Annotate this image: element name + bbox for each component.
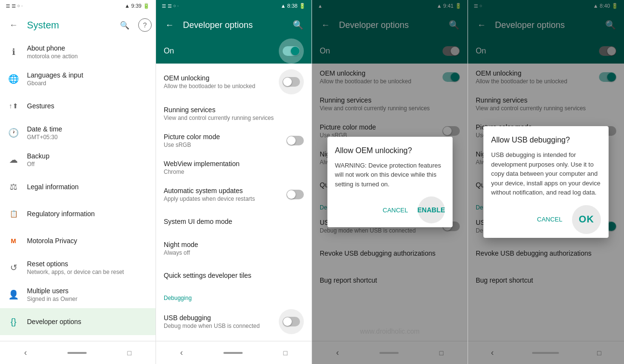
recents-nav-panel2[interactable]: □	[275, 345, 295, 361]
wifi-icon-p2: ▲	[281, 3, 286, 9]
system-settings-panel: ☰ ☰ ○ · ▲ 9:39 🔋 ← System 🔍 ? ℹ About ph…	[0, 0, 156, 364]
page-title-panel2: Developer options	[183, 20, 285, 30]
search-button-panel1[interactable]: 🔍	[115, 15, 134, 35]
dev-item-ui-demo[interactable]: System UI demo mode	[156, 208, 312, 235]
autoupdate-subtitle: Apply updates when device restarts	[164, 195, 283, 202]
dev-item-night[interactable]: Night mode Always off	[156, 235, 312, 262]
usb-dialog-actions: Cancel OK	[491, 205, 601, 234]
datetime-icon: 🕐	[8, 127, 19, 139]
oem-title: OEM unlocking	[164, 74, 275, 82]
users-subtitle: Signed in as Owner	[27, 296, 148, 302]
search-icon-p2: 🔍	[293, 20, 303, 30]
developer-options-panel: ☰ ☰ ○ · ▲ 8:38 🔋 ← Developer options 🔍 O…	[156, 0, 312, 364]
search-button-panel2[interactable]: 🔍	[288, 15, 308, 35]
help-button-panel1[interactable]: ?	[138, 18, 152, 32]
autoupdate-toggle-thumb	[287, 190, 296, 199]
wifi-icon: ▲	[125, 3, 130, 9]
settings-item-regulatory-text: Regulatory information	[27, 210, 148, 218]
settings-item-datetime[interactable]: 🕐 Date & time GMT+05:30	[0, 119, 156, 146]
on-toggle-thumb	[291, 47, 299, 55]
back-arrow-icon-p2: ←	[165, 20, 174, 30]
running-subtitle: View and control currently running servi…	[164, 115, 304, 121]
oem-enable-button[interactable]: Enable	[412, 202, 451, 218]
picture-subtitle: Use sRGB	[164, 142, 283, 148]
usb-dialog-overlay: Allow USB debugging? USB debugging is in…	[468, 0, 624, 364]
settings-item-users-text: Multiple users Signed in as Owner	[27, 287, 148, 302]
back-nav-panel1[interactable]: ‹	[16, 344, 35, 362]
usb-debug-toggle[interactable]	[283, 317, 300, 326]
back-button-panel2[interactable]: ←	[160, 15, 179, 35]
status-right-panel1: ▲ 9:39 🔋	[125, 3, 150, 9]
settings-item-updates[interactable]: 📱 System updates Updated to Android 9	[0, 335, 156, 341]
dot-icon: ·	[21, 3, 23, 8]
settings-item-legal[interactable]: ⚖ Legal information	[0, 173, 156, 200]
autoupdate-toggle[interactable]	[286, 190, 304, 199]
dev-item-usb-debug-text: USB debugging Debug mode when USB is con…	[164, 314, 275, 329]
settings-item-developer-text: Developer options	[27, 318, 148, 325]
settings-item-about[interactable]: ℹ About phone motorola one action	[0, 39, 156, 65]
on-header-panel2: On	[156, 39, 312, 64]
on-toggle-highlight[interactable]	[279, 39, 304, 64]
home-nav-panel2[interactable]	[223, 352, 243, 354]
usb-debug-subtitle: Debug mode when USB is connected	[164, 323, 275, 329]
back-nav-panel2[interactable]: ‹	[172, 344, 191, 362]
dev-item-autoupdate[interactable]: Automatic system updates Apply updates w…	[156, 181, 312, 208]
settings-item-users[interactable]: 👤 Multiple users Signed in as Owner	[0, 281, 156, 308]
dev-item-ui-demo-text: System UI demo mode	[164, 218, 304, 225]
sim-icon-p2: ☰	[162, 3, 166, 9]
settings-item-about-text: About phone motorola one action	[27, 44, 148, 60]
dev-item-qs-tiles[interactable]: Quick settings developer tiles	[156, 262, 312, 289]
settings-list: ℹ About phone motorola one action 🌐 Lang…	[0, 39, 156, 341]
dev-item-webview-text: WebView implementation Chrome	[164, 160, 304, 175]
oem-dialog-overlay: Allow OEM unlocking? WARNING: Device pro…	[312, 0, 468, 364]
sim2-icon-p2: ☰	[168, 3, 172, 9]
settings-item-developer[interactable]: {} Developer options	[0, 308, 156, 335]
usb-cancel-button[interactable]: Cancel	[531, 205, 568, 234]
oem-toggle[interactable]	[283, 77, 300, 87]
ok-circle: OK	[572, 205, 601, 234]
on-toggle-panel2[interactable]	[283, 46, 300, 56]
settings-item-motorola-privacy[interactable]: M Motorola Privacy	[0, 227, 156, 254]
about-title: About phone	[27, 44, 148, 52]
datetime-title: Date & time	[27, 125, 148, 133]
backup-subtitle: Off	[27, 161, 148, 168]
webview-subtitle: Chrome	[164, 169, 304, 175]
battery-icon-p2: 🔋	[299, 3, 306, 9]
running-title: Running services	[164, 106, 304, 114]
usb-dialog-body: USB debugging is intended for developmen…	[491, 150, 601, 197]
settings-item-datetime-text: Date & time GMT+05:30	[27, 125, 148, 141]
dev-item-webview[interactable]: WebView implementation Chrome	[156, 154, 312, 181]
dev-item-oem[interactable]: OEM unlocking Allow the bootloader to be…	[156, 64, 312, 100]
languages-subtitle: Gboard	[27, 80, 148, 87]
notification-icon-p2: ○	[173, 3, 176, 8]
usb-ok-button[interactable]: OK	[573, 210, 600, 229]
status-left-icons: ☰ ☰ ○ ·	[6, 3, 23, 9]
bottom-nav-panel1: ‹ □	[0, 341, 156, 364]
oem-dialog-actions: Cancel Enable	[335, 196, 445, 223]
night-subtitle: Always off	[164, 249, 304, 256]
back-button-panel1[interactable]: ←	[4, 15, 23, 35]
oem-cancel-button[interactable]: Cancel	[377, 196, 414, 223]
picture-toggle[interactable]	[286, 136, 304, 145]
help-icon: ?	[143, 21, 147, 29]
ui-demo-title: System UI demo mode	[164, 218, 304, 225]
settings-item-backup[interactable]: ☁ Backup Off	[0, 146, 156, 173]
home-nav-panel1[interactable]	[67, 352, 87, 354]
settings-item-languages[interactable]: 🌐 Languages & input Gboard	[0, 65, 156, 92]
recents-nav-panel1[interactable]: □	[119, 345, 139, 361]
time-panel2: 8:38	[287, 3, 298, 9]
users-icon: 👤	[8, 289, 19, 300]
dev-item-picture-text: Picture color mode Use sRGB	[164, 133, 283, 148]
dev-item-usb-debug[interactable]: USB debugging Debug mode when USB is con…	[156, 303, 312, 340]
settings-item-gestures-text: Gestures	[27, 102, 148, 110]
settings-item-regulatory[interactable]: 📋 Regulatory information	[0, 200, 156, 227]
dev-item-running[interactable]: Running services View and control curren…	[156, 100, 312, 127]
reset-icon: ↺	[8, 262, 19, 273]
datetime-subtitle: GMT+05:30	[27, 134, 148, 141]
sim-icon: ☰	[6, 3, 10, 9]
status-bar-panel2: ☰ ☰ ○ · ▲ 8:38 🔋	[156, 0, 312, 12]
dev-item-picture[interactable]: Picture color mode Use sRGB	[156, 127, 312, 154]
settings-item-gestures[interactable]: ↑⬆ Gestures	[0, 92, 156, 119]
settings-item-reset[interactable]: ↺ Reset options Network, apps, or device…	[0, 254, 156, 281]
backup-title: Backup	[27, 152, 148, 160]
